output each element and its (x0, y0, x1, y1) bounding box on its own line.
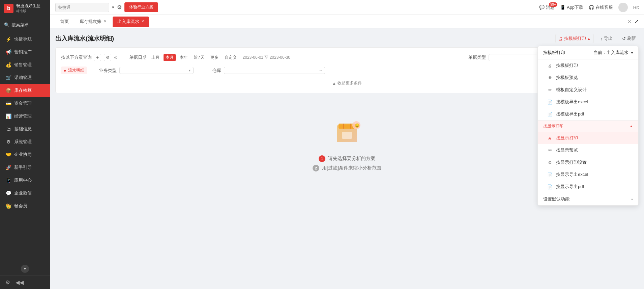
tab-home[interactable]: 首页 (55, 17, 74, 27)
sidebar-item-basics[interactable]: 🗂 基础信息 (0, 123, 50, 135)
export-button[interactable]: ↑ 导出 (598, 34, 616, 43)
filter-collapse-button[interactable]: « (114, 54, 117, 60)
business-type-label: 业务类型 (99, 68, 117, 74)
shortcut-more[interactable]: 更多 (208, 54, 221, 61)
display-preview-icon: 👁 (547, 148, 553, 153)
dropdown-display-print-label: 按显示打印 (556, 135, 578, 141)
dropdown-display-settings-label: 按显示打印设置 (556, 159, 587, 165)
step-1-text: 请先选择要分析的方案 (328, 156, 375, 162)
date-label: 单据日期 (129, 54, 147, 60)
purchase-icon: 🛒 (5, 75, 11, 81)
dropdown-display-excel[interactable]: 📄 按显示导出excel (538, 168, 638, 181)
topbar-settings-icon[interactable]: ⚙ (117, 4, 122, 10)
dropdown-item-custom-label: 模板自定义设计 (556, 87, 587, 93)
marketing-icon: 📢 (5, 49, 11, 55)
dropdown-section-display[interactable]: 按显示打印 ▲ (538, 120, 638, 132)
tab-inventory-flow[interactable]: 出入库流水 ✕ (113, 17, 149, 27)
dropdown-item-print-label: 按模板打印 (556, 62, 578, 69)
sidebar-item-wechat[interactable]: 💬 企业微信 (0, 187, 50, 200)
message-icon: 💬 (539, 5, 545, 10)
display-pdf-icon: 📄 (547, 184, 553, 189)
warehouse-more-icon: ··· (319, 69, 322, 72)
dropdown-expand-icon[interactable]: ▾ (631, 51, 633, 55)
dropdown-item-export-pdf-label: 按模板导出pdf (556, 111, 584, 117)
sidebar-collapse-icon[interactable]: ◀◀ (16, 279, 24, 286)
dropdown-item-preview[interactable]: 👁 按模板预览 (538, 72, 638, 84)
app-name: 畅捷通好生意 (16, 3, 40, 9)
content-area: 出入库流水(流水明细) 🖨 按模板打印 ▲ ↑ 导出 ↺ 刷新 (50, 28, 644, 289)
sidebar-item-system[interactable]: ⚙ 系统管理 (0, 135, 50, 148)
print-dropdown-panel: 按模板打印 当前：出入库流水 ▾ 🖨 按模板打印 👁 (537, 46, 639, 206)
dropdown-display-pdf[interactable]: 📄 按显示导出pdf (538, 181, 638, 193)
topbar-left: ▾ ⚙ 体验行业方案 (55, 2, 535, 12)
collapse-more-button[interactable]: ▲ 收起更多条件 (330, 78, 364, 88)
message-button[interactable]: 💬 消息 99+ (539, 4, 555, 10)
business-type-filter: 业务类型 ▾ (99, 67, 194, 74)
sidebar-item-marketing[interactable]: 📢 营销推广 (0, 46, 50, 58)
sidebar-item-enterprise[interactable]: 🤝 企业协同 (0, 148, 50, 161)
sidebar-item-sales[interactable]: 💰 销售管理 (0, 58, 50, 71)
sidebar-item-quick-nav-label: 快捷导航 (14, 36, 32, 42)
message-badge: 99+ (549, 2, 557, 7)
shortcut-custom[interactable]: 自定义 (223, 54, 239, 61)
sidebar-item-operations[interactable]: 📊 经营管理 (0, 110, 50, 123)
sidebar-item-member[interactable]: 👑 畅会员 (0, 200, 50, 212)
print-item-icon: 🖨 (547, 63, 553, 68)
dropdown-item-export-excel[interactable]: 📄 按模板导出excel (538, 96, 638, 108)
sidebar-item-quick-nav[interactable]: ⚡ 快捷导航 (0, 33, 50, 46)
dropdown-item-custom[interactable]: ✏ 模板自定义设计 (538, 84, 638, 96)
shortcut-this-year[interactable]: 本年 (178, 54, 190, 61)
dropdown-display-print[interactable]: 🖨 按显示打印 (538, 132, 638, 144)
basics-icon: 🗂 (5, 126, 11, 132)
warehouse-select[interactable]: ··· (224, 67, 325, 74)
business-type-select[interactable]: ▾ (119, 67, 194, 74)
dropdown-item-export-pdf[interactable]: 📄 按模板导出pdf (538, 108, 638, 120)
filter-settings-button[interactable]: ⚙ (104, 54, 111, 61)
dropdown-item-print[interactable]: 🖨 按模板打印 (538, 59, 638, 72)
search-menu-label: 搜索菜单 (11, 22, 29, 28)
svg-text:😊: 😊 (355, 123, 360, 128)
app-download-button[interactable]: 📱 App下载 (560, 4, 583, 10)
shortcut-last-7-days[interactable]: 近7天 (192, 54, 206, 61)
dropdown-footer[interactable]: 设置默认功能 ▾ (538, 193, 638, 205)
sidebar-scroll-down[interactable]: ▾ (21, 265, 29, 273)
sidebar-item-inventory-label: 库存核算 (14, 87, 32, 94)
shortcut-this-month[interactable]: 本月 (164, 54, 176, 61)
dropdown-display-preview-label: 按显示预览 (556, 147, 578, 153)
tab-inventory-batch-close[interactable]: ✕ (104, 19, 107, 24)
tab-inventory-flow-close[interactable]: ✕ (141, 19, 144, 24)
page-actions: 🖨 按模板打印 ▲ ↑ 导出 ↺ 刷新 按模 (555, 34, 639, 43)
online-service-button[interactable]: 🎧 在线客服 (589, 4, 613, 10)
export-excel-icon: 📄 (547, 99, 553, 105)
filter-label-text: 按以下方案查询 (61, 54, 92, 60)
tab-expand-icon[interactable]: ⤢ (634, 18, 639, 25)
tab-close-all-icon[interactable]: ✕ (627, 19, 632, 24)
sidebar-item-apps-label: 应用中心 (14, 177, 32, 183)
print-button[interactable]: 🖨 按模板打印 ▲ (555, 34, 594, 43)
search-menu-button[interactable]: 🔍 搜索菜单 (4, 20, 46, 30)
dropdown-display-settings[interactable]: ⚙ 按显示打印设置 (538, 156, 638, 168)
online-service-label: 在线客服 (595, 4, 613, 10)
shortcut-last-month[interactable]: 上月 (149, 54, 162, 61)
topbar-search-input[interactable] (55, 3, 109, 12)
dropdown-section-display-label: 按显示打印 (543, 123, 563, 129)
dropdown-display-preview[interactable]: 👁 按显示预览 (538, 144, 638, 156)
sidebar-item-inventory[interactable]: 📦 库存核算 (0, 84, 50, 97)
tab-inventory-batch[interactable]: 库存批次账 ✕ (75, 17, 111, 27)
quick-nav-icon: ⚡ (5, 36, 11, 42)
user-name: Rit (633, 5, 639, 10)
tab-inventory-batch-label: 库存批次账 (80, 19, 101, 25)
sidebar-item-apps[interactable]: 📱 应用中心 (0, 174, 50, 187)
sidebar-item-purchase[interactable]: 🛒 采购管理 (0, 71, 50, 84)
refresh-button[interactable]: ↺ 刷新 (619, 34, 639, 43)
sidebar-item-operations-label: 经营管理 (14, 113, 32, 119)
tab-inventory-flow-label: 出入库流水 (117, 19, 139, 25)
trial-button[interactable]: 体验行业方案 (124, 2, 158, 12)
user-avatar[interactable] (618, 3, 628, 12)
filter-add-button[interactable]: + (94, 54, 101, 61)
topbar-dropdown[interactable]: ▾ (112, 5, 114, 10)
sidebar-settings-icon[interactable]: ⚙ (5, 279, 10, 286)
sidebar-item-finance[interactable]: 💳 资金管理 (0, 97, 50, 110)
tab-home-label: 首页 (60, 19, 69, 25)
sidebar-item-guide[interactable]: 🚀 新手引导 (0, 161, 50, 174)
